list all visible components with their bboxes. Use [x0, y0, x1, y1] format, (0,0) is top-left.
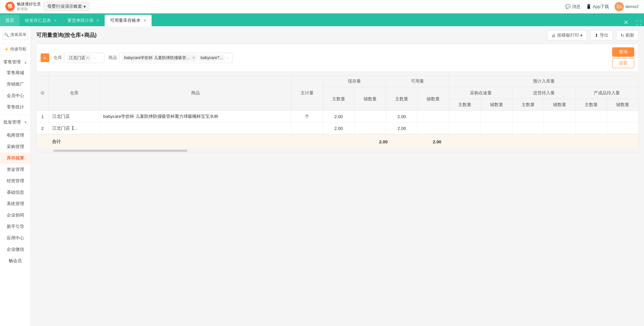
sidebar-item-retail-stats[interactable]: 零售统计: [0, 101, 31, 113]
sidebar-item-finance[interactable]: 资金管理: [0, 164, 31, 175]
sidebar-item-marketing[interactable]: 营销推广: [0, 79, 31, 90]
download-action[interactable]: 📱 App下载: [586, 4, 609, 10]
refresh-icon: ↻: [621, 33, 624, 38]
th-forecast-group: 预计入库量: [449, 76, 638, 87]
wholesale-mgmt-label: 批发管理: [3, 119, 21, 125]
product-filter-dots[interactable]: ···: [226, 55, 229, 60]
row-stock-main: 2.00: [323, 123, 354, 134]
row-stock-sub: [354, 111, 386, 123]
app-sub: 标准版: [17, 6, 41, 11]
wholesale-mgmt-header[interactable]: 批发管理 ▼: [0, 117, 31, 127]
filter-right-actions: 查询 设置: [612, 47, 634, 68]
row-unit: [291, 123, 323, 134]
logo-area: 惟 畅捷通好生意 标准版: [5, 2, 41, 11]
print-button[interactable]: 🖨 按模板打印 ▾: [547, 30, 587, 40]
th-avail-main: 主数量: [386, 87, 418, 111]
sidebar-item-basic[interactable]: 基础信息: [0, 187, 31, 198]
row-unit: 个: [291, 111, 323, 123]
refresh-button[interactable]: ↻ 刷新: [616, 30, 639, 40]
close-all-tabs[interactable]: ✕: [620, 19, 632, 26]
search-menu-button[interactable]: 🔍 搜索菜单: [3, 30, 28, 40]
print-icon: 🖨: [551, 33, 556, 38]
tab-order[interactable]: 要货单统计表 ✕: [62, 15, 105, 26]
row-warehouse: 江北门店: [49, 111, 100, 123]
tab-receipt-close[interactable]: ✕: [54, 18, 57, 23]
settings-gear-icon[interactable]: ⚙: [40, 90, 45, 96]
table-row: 1 江北门店 babycare学饮杯 儿童防摔防撞吸管杯重力球吸嘴杯宝宝水杯 个…: [37, 111, 638, 123]
sidebar-item-inventory[interactable]: 库存核算: [0, 152, 31, 164]
sidebar-item-enterprise[interactable]: 企业协同: [0, 209, 31, 221]
top-bar: 惟 畅捷通好生意 标准版 母婴行业演示账套 ▾ 💬 消息 📱 App下载 Ea …: [0, 0, 644, 13]
sidebar-item-member[interactable]: 畅会员: [0, 255, 31, 267]
warehouse-filter-dots[interactable]: ···: [93, 55, 96, 60]
logo-icon: 惟: [5, 2, 15, 11]
retail-mgmt-header[interactable]: 零售管理 ▲: [0, 57, 31, 67]
total-label: 合计: [49, 137, 89, 147]
sidebar-item-retail-mall[interactable]: 零售商城: [0, 67, 31, 79]
tab-inventory-close[interactable]: ✕: [143, 18, 146, 23]
settings-button[interactable]: 设置: [612, 58, 634, 68]
th-settings[interactable]: ⚙: [37, 76, 49, 111]
tab-order-close[interactable]: ✕: [96, 18, 99, 23]
tab-home[interactable]: 首页: [0, 15, 19, 26]
tab-inventory[interactable]: 可用量库存账本 ✕: [105, 15, 152, 26]
sidebar-item-operations[interactable]: 经营管理: [0, 175, 31, 187]
row-warehouse: 江北门店【...: [49, 123, 100, 134]
filter-expand-button[interactable]: »: [41, 53, 49, 62]
sidebar-item-wechat[interactable]: 企业微信: [0, 244, 31, 255]
product-tag-1-remove[interactable]: ✕: [192, 56, 195, 60]
page-content: 可用量查询(按仓库+商品) 🖨 按模板打印 ▾ ⬆ 导出 ↻ 刷新: [31, 26, 644, 156]
wholesale-section: 批发管理 ▼: [0, 115, 31, 130]
warehouse-tag-remove[interactable]: ✕: [86, 56, 89, 60]
product-tag-2-value: babycare?...: [201, 55, 223, 60]
sidebar-item-system[interactable]: 系统管理: [0, 198, 31, 209]
warehouse-input[interactable]: 江北门店 ✕ ···: [64, 53, 104, 63]
product-input[interactable]: babycare学饮杯 儿童防摔防撞吸管杯重力球吸嘴杯宝宝水杯 ✕ babyca…: [119, 53, 232, 63]
warehouse-filter: 仓库 江北门店 ✕ ···: [53, 53, 104, 63]
user-area[interactable]: Ea demo2: [614, 2, 639, 11]
row-incoming-main: [512, 123, 544, 134]
row-product-sub: [607, 123, 638, 134]
industry-label: 母婴行业演示账套: [47, 3, 82, 9]
quick-nav-label: 快捷导航: [10, 46, 26, 52]
sidebar-item-apps[interactable]: 应用中心: [0, 232, 31, 244]
quick-nav-button[interactable]: ⚡ 快捷导航: [0, 44, 31, 55]
message-action[interactable]: 💬 消息: [565, 4, 581, 10]
sidebar: 🔍 搜索菜单 ⚡ 快捷导航 零售管理 ▲ 零售商城 营销推广 会员中心 零售统计…: [0, 26, 31, 326]
row-stock-sub: [354, 123, 386, 134]
th-product-sub: 辅数量: [607, 99, 638, 111]
retail-section: 零售管理 ▲ 零售商城 营销推广 会员中心 零售统计: [0, 55, 31, 115]
sidebar-search-area: 🔍 搜索菜单: [0, 26, 31, 44]
sidebar-item-ecommerce[interactable]: 电商管理: [0, 130, 31, 141]
retail-mgmt-label: 零售管理: [3, 59, 21, 65]
row-avail-sub: [418, 123, 449, 134]
top-bar-right: 💬 消息 📱 App下载 Ea demo2: [565, 2, 639, 11]
tab-inventory-label: 可用量库存账本: [110, 17, 141, 24]
page-title: 可用量查询(按仓库+商品): [36, 32, 97, 39]
page-actions: 🖨 按模板打印 ▾ ⬆ 导出 ↻ 刷新: [547, 30, 639, 40]
export-button[interactable]: ⬆ 导出: [590, 30, 613, 40]
row-num: 1: [37, 111, 49, 123]
sidebar-item-member-center[interactable]: 会员中心: [0, 90, 31, 101]
row-num: 2: [37, 123, 49, 134]
sidebar-item-purchase[interactable]: 采购管理: [0, 141, 31, 152]
tab-receipt[interactable]: 收发存汇总表 ✕: [19, 15, 62, 26]
row-stock-main: 2.00: [323, 111, 354, 123]
warehouse-tag: 江北门店 ✕: [67, 54, 91, 61]
tabs-expand-icon[interactable]: ⛶: [633, 20, 644, 26]
export-icon: ⬆: [595, 33, 598, 38]
query-button[interactable]: 查询: [612, 47, 634, 57]
nav-tabs: 首页 收发存汇总表 ✕ 要货单统计表 ✕ 可用量库存账本 ✕ ✕ ⛶: [0, 13, 644, 26]
sidebar-item-guide[interactable]: 新手引导: [0, 221, 31, 232]
search-menu-label: 搜索菜单: [10, 32, 26, 38]
th-incoming-sub: 辅数量: [544, 99, 575, 111]
row-product-main: [575, 123, 607, 134]
industry-selector[interactable]: 母婴行业演示账套 ▾: [44, 2, 90, 11]
total-avail-sub: [450, 140, 477, 144]
message-icon: 💬: [565, 4, 571, 9]
page-header: 可用量查询(按仓库+商品) 🖨 按模板打印 ▾ ⬆ 导出 ↻ 刷新: [36, 30, 639, 40]
total-purchase-sub: [504, 140, 531, 144]
tab-home-label: 首页: [5, 17, 14, 24]
export-label: 导出: [600, 32, 608, 38]
th-stock-group: 现存量: [323, 76, 386, 87]
